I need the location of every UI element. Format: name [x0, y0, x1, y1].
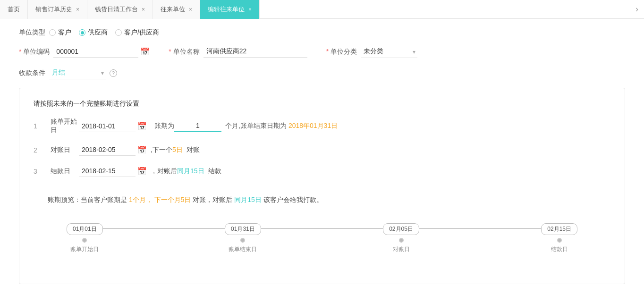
tab-edit-partner[interactable]: 编辑往来单位 × — [200, 0, 260, 19]
row-2-desc-suffix: 对账 — [186, 146, 200, 154]
tab-more-button[interactable]: › — [630, 4, 644, 14]
timeline-sublabel-4: 结款日 — [551, 245, 568, 253]
tab-edit-partner-label: 编辑往来单位 — [208, 5, 245, 14]
row-3-number: 3 — [34, 168, 43, 175]
preview-part4: 同月15日 — [234, 196, 262, 203]
tab-sales-order[interactable]: 销售订单历史 × — [28, 0, 87, 19]
unit-type-label: 单位类型 — [19, 28, 45, 37]
timeline-dot-4 — [557, 238, 562, 243]
tab-edit-partner-close[interactable]: × — [248, 6, 252, 13]
tab-home[interactable]: 首页 — [0, 0, 28, 19]
payment-terms-row: 收款条件 月结 ▾ ? — [19, 67, 625, 79]
tab-bar: 首页 销售订单历史 × 钱货日清工作台 × 往来单位 × 编辑往来单位 × › — [0, 0, 644, 19]
unit-name-label: 单位名称 — [169, 48, 199, 56]
unit-category-label: 单位分类 — [326, 48, 357, 56]
tab-cash-work-close[interactable]: × — [142, 6, 145, 13]
radio-customer-label: 客户 — [58, 28, 71, 37]
timeline-dot-2 — [240, 238, 245, 243]
tab-partner[interactable]: 往来单位 × — [153, 0, 200, 19]
radio-customer[interactable]: 客户 — [49, 28, 71, 37]
radio-customer-circle — [49, 29, 56, 36]
unit-code-label: 单位编码 — [19, 48, 50, 56]
reconcile-date-input[interactable] — [79, 144, 136, 156]
timeline-pill-3: 02月05日 — [383, 223, 419, 235]
unit-code-group: 单位编码 📅 — [19, 46, 150, 58]
radio-supplier-circle — [79, 29, 85, 36]
unit-category-select-wrapper: 未分类 ▾ — [361, 45, 417, 58]
settings-box: 请按照未来的一个完整帐期进行设置 1 账单开始日 📅 账期为 个月,账单结束日期… — [19, 88, 625, 284]
payment-date-input[interactable] — [79, 165, 136, 177]
timeline-points: 01月01日 账单开始日 01月31日 账单结束日 02月05日 对账日 — [67, 223, 577, 253]
tab-sales-order-label: 销售订单历史 — [35, 5, 72, 14]
unit-name-input[interactable] — [203, 46, 307, 58]
timeline-dot-3 — [399, 238, 404, 243]
row-1-label: 账单开始日 — [51, 118, 79, 135]
preview-part1: 1个月， — [129, 196, 153, 203]
timeline-pill-1: 01月01日 — [67, 223, 103, 235]
preview-part5: 该客户会给我打款。 — [263, 196, 323, 203]
row-3-desc-highlight: 同月15日 — [177, 167, 204, 176]
row-1-period-label: 账期为 — [154, 122, 174, 130]
row-2-desc-prefix: ,下一个 — [151, 146, 172, 154]
tab-cash-work[interactable]: 钱货日清工作台 × — [87, 0, 153, 19]
timeline-sublabel-1: 账单开始日 — [70, 245, 99, 253]
tab-more-icon: › — [636, 4, 638, 14]
unit-code-input[interactable] — [53, 46, 138, 58]
payment-terms-select-wrapper: 月结 ▾ — [49, 67, 106, 79]
tab-partner-label: 往来单位 — [161, 5, 185, 14]
period-input[interactable] — [174, 120, 221, 132]
radio-supplier[interactable]: 供应商 — [79, 28, 108, 37]
row-1-period-unit: 个月,账单结束日期为 — [225, 122, 287, 130]
tab-home-label: 首页 — [8, 5, 20, 14]
preview-text: 账期预览：当前客户账期是 1个月， 下一个月5日 对账，对账后 同月15日 该客… — [48, 196, 596, 204]
preview-section: 账期预览：当前客户账期是 1个月， 下一个月5日 对账，对账后 同月15日 该客… — [34, 186, 610, 272]
timeline-pill-2: 01月31日 — [225, 223, 261, 235]
unit-category-group: 单位分类 未分类 ▾ — [326, 45, 417, 58]
settings-title: 请按照未来的一个完整帐期进行设置 — [34, 100, 610, 108]
unit-code-icon[interactable]: 📅 — [140, 47, 150, 56]
timeline-point-3: 02月05日 对账日 — [383, 223, 419, 253]
timeline: 01月01日 账单开始日 01月31日 账单结束日 02月05日 对账日 — [48, 216, 596, 272]
unit-type-row: 单位类型 客户 供应商 客户/供应商 — [19, 28, 625, 37]
row-2-label: 对账日 — [51, 146, 79, 154]
row-2-number: 2 — [34, 146, 43, 154]
unit-category-select[interactable]: 未分类 — [361, 45, 417, 58]
radio-both-label: 客户/供应商 — [124, 28, 159, 37]
payment-terms-help[interactable]: ? — [110, 69, 117, 77]
timeline-point-2: 01月31日 账单结束日 — [225, 223, 261, 253]
timeline-dot-1 — [82, 238, 87, 243]
page-content: 单位类型 客户 供应商 客户/供应商 单位编码 📅 单位名称 — [0, 19, 644, 287]
preview-part2: 下一个月5日 — [154, 196, 191, 203]
payment-terms-label: 收款条件 — [19, 69, 45, 77]
setting-row-1: 1 账单开始日 📅 账期为 个月,账单结束日期为 2018年01月31日 — [34, 118, 610, 135]
unit-info-row: 单位编码 📅 单位名称 单位分类 未分类 ▾ — [19, 45, 625, 58]
preview-part3: 对账，对账后 — [193, 196, 232, 203]
radio-both[interactable]: 客户/供应商 — [115, 28, 159, 37]
reconcile-date-cal-icon[interactable]: 📅 — [137, 145, 147, 154]
tab-partner-close[interactable]: × — [189, 6, 192, 13]
unit-name-group: 单位名称 — [169, 46, 307, 58]
row-1-period-end: 2018年01月31日 — [288, 122, 338, 130]
tab-sales-order-close[interactable]: × — [76, 6, 79, 13]
timeline-sublabel-2: 账单结束日 — [229, 245, 257, 253]
start-date-input[interactable] — [79, 120, 136, 132]
row-3-desc-prefix: ，对账后 — [151, 167, 177, 176]
timeline-pill-4: 02月15日 — [541, 223, 577, 235]
row-3-label: 结款日 — [51, 167, 79, 176]
start-date-cal-icon[interactable]: 📅 — [137, 122, 147, 131]
payment-terms-select[interactable]: 月结 — [49, 67, 106, 79]
setting-row-2: 2 对账日 📅 ,下一个 5日 对账 — [34, 144, 610, 156]
preview-label: 账期预览：当前客户账期是 — [48, 196, 127, 203]
timeline-sublabel-3: 对账日 — [393, 245, 410, 253]
payment-date-cal-icon[interactable]: 📅 — [137, 167, 147, 176]
row-3-desc-suffix: 结款 — [208, 167, 221, 176]
row-1-number: 1 — [34, 122, 43, 130]
radio-supplier-label: 供应商 — [88, 28, 108, 37]
unit-type-radio-group: 客户 供应商 客户/供应商 — [49, 28, 159, 37]
tab-cash-work-label: 钱货日清工作台 — [95, 5, 138, 14]
setting-row-3: 3 结款日 📅 ，对账后 同月15日 结款 — [34, 165, 610, 177]
radio-both-circle — [115, 29, 122, 36]
timeline-point-4: 02月15日 结款日 — [541, 223, 577, 253]
timeline-point-1: 01月01日 账单开始日 — [67, 223, 103, 253]
row-2-desc-highlight: 5日 — [172, 146, 183, 154]
